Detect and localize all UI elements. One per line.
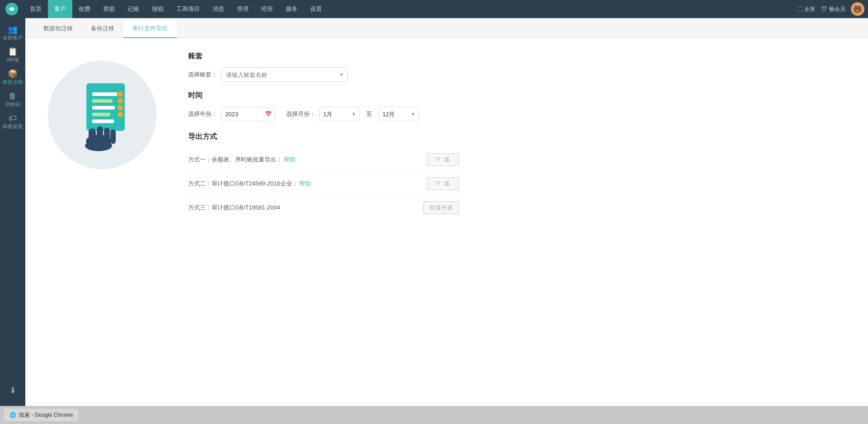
taskbar-chrome-label: 线索 - Google Chrome — [19, 411, 73, 419]
export-method-1-label: 方式一：余额表、序时账批量导出： 帮助 — [188, 156, 296, 164]
tabs-bar: 数据包迁移 备份迁移 审计文件导出 — [25, 18, 868, 38]
year-input[interactable] — [221, 107, 275, 121]
download-button-1[interactable]: 下 载 — [427, 153, 459, 166]
sidebar-item-recycle[interactable]: 🗑 回收站 — [0, 88, 25, 110]
chrome-icon: 🌐 — [9, 412, 16, 418]
left-sidebar: 👥 全部客户 📋 0申报 📦 账套迁移 🗑 回收站 🏷 标签设置 ⬇ ❓ — [0, 18, 25, 424]
export-method-3-label: 方式三：审计接口GB/T19581-2004 — [188, 204, 280, 212]
end-month-select[interactable]: 1月2月3月4月 5月6月7月8月 9月10月11月12月 — [378, 107, 419, 121]
export-label-3-text: 方式三：审计接口GB/T19581-2004 — [188, 204, 280, 211]
account-select-row: 选择账套： ▼ — [188, 67, 459, 82]
vip-icon: 🎬 — [821, 6, 827, 12]
export-section: 导出方式 方式一：余额表、序时账批量导出： 帮助 下 载 方式二：审计接口GB/ — [188, 132, 459, 219]
time-select-row: 选择年份： 📅 选择月份： 1月2月3月4月 5月6月7月8月 9月10月11月… — [188, 107, 459, 121]
sidebar-download-icon[interactable]: ⬇ — [5, 382, 21, 399]
sidebar-label-recycle: 回收站 — [5, 102, 20, 107]
sidebar-label-tags: 标签设置 — [3, 124, 23, 129]
tab-audit-export[interactable]: 审计文件导出 — [123, 20, 177, 38]
account-section-title: 账套 — [188, 52, 459, 61]
year-label: 选择年份： — [188, 110, 217, 118]
tab-data-migration[interactable]: 数据包迁移 — [34, 20, 82, 38]
sidebar-label-zero-declare: 0申报 — [6, 57, 19, 62]
nav-messages[interactable]: 消息 — [206, 0, 231, 18]
nav-customers[interactable]: 客户 — [48, 0, 72, 18]
all-customers-icon: 👥 — [8, 25, 18, 33]
tags-icon: 🏷 — [9, 114, 17, 122]
export-help-link-2[interactable]: 帮助 — [299, 180, 311, 187]
nav-tax[interactable]: 报税 — [146, 0, 170, 18]
svg-rect-2 — [92, 92, 117, 96]
export-label-1-text: 方式一：余额表、序时账批量导出： — [188, 156, 282, 163]
sidebar-item-zero-declare[interactable]: 📋 0申报 — [0, 44, 25, 66]
svg-rect-5 — [92, 113, 110, 116]
app-logo — [4, 1, 20, 17]
nav-business[interactable]: 工商项目 — [170, 0, 206, 18]
content-area: 数据包迁移 备份迁移 审计文件导出 — [25, 18, 868, 424]
nav-right-area: ⛶ 全屏 🎬 畅会员 🐻 — [797, 2, 864, 16]
zero-declare-icon: 📋 — [8, 48, 18, 56]
nav-items: 首页 客户 收费 票据 记账 报税 工商项目 消息 管理 经营 服务 设置 — [24, 0, 797, 18]
start-month-wrap: 1月2月3月4月 5月6月7月8月 9月10月11月12月 ▼ — [319, 107, 360, 121]
nav-operations[interactable]: 经营 — [255, 0, 279, 18]
account-select-wrap: ▼ — [221, 67, 348, 82]
account-select-input[interactable] — [221, 67, 348, 82]
svg-rect-4 — [92, 106, 115, 110]
sidebar-label-account-migration: 账套迁移 — [3, 80, 23, 85]
page-content: 账套 选择账套： ▼ 时间 选择年份： 📅 — [25, 38, 868, 424]
svg-rect-15 — [110, 129, 116, 144]
tab-backup-migration[interactable]: 备份迁移 — [82, 20, 123, 38]
download-button-2[interactable]: 下 载 — [427, 177, 459, 190]
export-method-1: 方式一：余额表、序时账批量导出： 帮助 下 载 — [188, 148, 459, 172]
illustration-area — [43, 52, 161, 169]
top-navigation: 首页 客户 收费 票据 记账 报税 工商项目 消息 管理 经营 服务 设置 ⛶ … — [0, 0, 868, 18]
svg-point-8 — [118, 98, 123, 104]
nav-settings[interactable]: 设置 — [304, 0, 328, 18]
sidebar-label-all-customers: 全部客户 — [3, 35, 23, 40]
time-section-title: 时间 — [188, 91, 459, 100]
end-month-wrap: 1月2月3月4月 5月6月7月8月 9月10月11月12月 ▼ — [378, 107, 419, 121]
svg-point-10 — [118, 112, 123, 117]
svg-point-16 — [85, 140, 112, 151]
nav-home[interactable]: 首页 — [24, 0, 48, 18]
month-label: 选择月份： — [286, 110, 316, 118]
export-section-title: 导出方式 — [188, 132, 459, 142]
vip-label: 畅会员 — [829, 5, 845, 13]
fullscreen-label: 全屏 — [804, 5, 815, 13]
vip-button[interactable]: 🎬 畅会员 — [821, 5, 845, 13]
illustration-circle — [48, 61, 156, 169]
taskbar-chrome[interactable]: 🌐 线索 - Google Chrome — [4, 408, 79, 422]
nav-bookkeeping[interactable]: 记账 — [121, 0, 146, 18]
account-migration-icon: 📦 — [8, 70, 18, 78]
user-avatar[interactable]: 🐻 — [851, 2, 864, 16]
main-layout: 👥 全部客户 📋 0申报 📦 账套迁移 🗑 回收站 🏷 标签设置 ⬇ ❓ 数据包… — [0, 18, 868, 424]
svg-rect-6 — [92, 119, 114, 123]
nav-management[interactable]: 管理 — [231, 0, 255, 18]
svg-rect-3 — [92, 99, 113, 103]
form-area: 账套 选择账套： ▼ 时间 选择年份： 📅 — [188, 52, 459, 219]
export-label-2-text: 方式二：审计接口GB/T24589-2010企业： — [188, 180, 298, 187]
svg-point-7 — [118, 91, 123, 97]
account-label: 选择账套： — [188, 71, 217, 79]
year-input-wrap: 📅 — [221, 107, 275, 121]
nav-fees[interactable]: 收费 — [72, 0, 97, 18]
sidebar-item-all-customers[interactable]: 👥 全部客户 — [0, 22, 25, 44]
temp-open-button[interactable]: 暂缓开通 — [423, 201, 459, 214]
export-method-2: 方式二：审计接口GB/T24589-2010企业： 帮助 下 载 — [188, 172, 459, 196]
fullscreen-button[interactable]: ⛶ 全屏 — [797, 5, 815, 13]
sidebar-item-tags[interactable]: 🏷 标签设置 — [0, 110, 25, 133]
export-method-2-label: 方式二：审计接口GB/T24589-2010企业： 帮助 — [188, 180, 311, 188]
start-month-select[interactable]: 1月2月3月4月 5月6月7月8月 9月10月11月12月 — [319, 107, 360, 121]
to-separator: 至 — [366, 110, 372, 118]
recycle-icon: 🗑 — [9, 92, 17, 100]
nav-invoices[interactable]: 票据 — [97, 0, 121, 18]
nav-services[interactable]: 服务 — [279, 0, 304, 18]
svg-point-9 — [118, 105, 123, 110]
fullscreen-icon: ⛶ — [797, 6, 802, 12]
export-help-link-1[interactable]: 帮助 — [284, 156, 296, 163]
sidebar-item-account-migration[interactable]: 📦 账套迁移 — [0, 66, 25, 88]
taskbar: 🌐 线索 - Google Chrome — [0, 406, 868, 424]
export-method-3: 方式三：审计接口GB/T19581-2004 暂缓开通 — [188, 196, 459, 219]
